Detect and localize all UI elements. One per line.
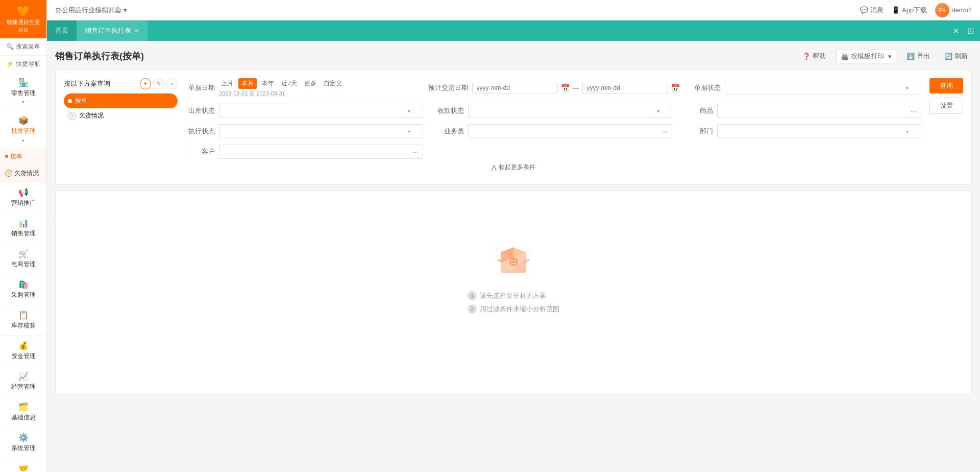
sidebar-item-basic[interactable]: 🗂️ 基础信息 [0,397,46,428]
sidebar-item-purchase[interactable]: 🛍️ 采购管理 [0,274,46,305]
submenu-item-backorder[interactable]: 欠 欠货情况 [0,165,46,182]
sidebar-item-retail[interactable]: 🏪 零售管理 ▾ [0,73,46,110]
dept-select[interactable]: ▾ [717,124,921,138]
goods-dots-icon: ··· [911,107,917,115]
tab-sales-order[interactable]: 销售订单执行表 ✕ [77,20,148,41]
date-tab-custom[interactable]: 自定义 [322,78,344,89]
collapse-bar[interactable]: ⋀ 收起更多条件 [64,159,963,176]
settings-btn[interactable]: 设置 [929,98,963,114]
help-label: 帮助 [813,52,826,61]
scheme-item-order[interactable]: 按单 [64,93,178,108]
scheme-item-backorder[interactable]: 欠 欠货情况 [64,108,178,123]
username: demo2 [951,6,972,14]
sidebar-item-enterprise[interactable]: 🤝 企业协同 [0,458,46,472]
industry-selector[interactable]: 办公用品行业模拟账套 ▾ [55,6,127,15]
page-header-actions: ❓ 帮助 🖨️ 按模板打印 ▾ ⬇️ 导出 🔄 刷新 [798,49,972,63]
dept-label: 部门 [684,127,713,136]
enterprise-icon: 🤝 [18,463,29,472]
wholesale-icon: 📦 [18,115,29,125]
inventory-label: 库存核算 [11,321,36,330]
payment-select[interactable]: ▾ [468,104,672,118]
print-dropdown-icon: ▾ [888,53,892,60]
date-tab-this-year[interactable]: 本年 [260,78,276,89]
date-tab-more[interactable]: 更多 [302,78,318,89]
sidebar-nav-title[interactable]: ⚡ 快捷导航 [0,56,46,73]
expected-date-label: 预计交货日期 [428,83,468,92]
calendar-from-icon[interactable]: 📅 [561,84,570,92]
date-tab-7days[interactable]: 近7天 [279,78,299,89]
collapse-up-icon: ⋀ [492,164,497,171]
purchase-icon: 🛍️ [18,279,29,289]
expected-date-from[interactable] [472,82,558,94]
status-select[interactable]: ▾ [725,81,922,95]
app-logo[interactable]: 🧡 畅捷通好生意 标版 [0,0,46,38]
help-btn[interactable]: ❓ 帮助 [798,50,830,63]
inventory-icon: 📋 [18,310,29,320]
goods-select[interactable]: ··· [717,104,921,118]
svg-text:✦: ✦ [519,244,521,247]
sidebar-item-operations[interactable]: 📈 经营管理 [0,366,46,397]
ecommerce-label: 电商管理 [11,260,36,269]
date-tab-this-month[interactable]: 本月 [238,78,257,89]
sales-order-tab-label: 销售订单执行表 [85,26,131,35]
calendar-to-icon[interactable]: 📅 [671,84,680,92]
message-btn[interactable]: 💬 消息 [860,6,884,15]
customer-label: 客户 [186,147,215,156]
exec-select[interactable]: ▾ [219,124,423,138]
scheme-circle-icon: 欠 [68,112,76,120]
scheme-edit-btn[interactable]: ✎ [153,78,164,89]
status-label: 单据状态 [692,83,721,92]
sidebar-item-wholesale[interactable]: 📦 批发管理 ▴ [0,110,46,148]
message-icon: 💬 [860,6,868,14]
scheme-label: 按以下方案查询 [64,79,110,88]
refresh-btn[interactable]: 🔄 刷新 [940,50,972,63]
submenu-circle-icon: 欠 [5,170,12,177]
tab-close-btn[interactable]: ✕ [134,27,139,34]
submenu-item-order[interactable]: 按单 [0,148,46,165]
content-area: ✦ ✦ ✦ 1 请先选择要分析的方案 2 用过滤条件来缩小分析范围 [55,191,972,395]
sidebar-item-marketing[interactable]: 📢 营销推广 [0,182,46,213]
submenu-order-label: 按单 [10,152,22,161]
query-btn[interactable]: 查询 [929,78,963,93]
sales-label: 销售管理 [11,229,36,238]
sidebar-search[interactable]: 🔍 搜索菜单 [0,38,46,56]
export-btn[interactable]: ⬇️ 导出 [902,50,934,63]
scheme-dot-icon [68,99,72,103]
expected-date-to[interactable] [582,82,668,94]
tab-bar-actions: ✕ ⊡ [950,24,980,38]
industry-dropdown-icon: ▾ [124,6,127,14]
filter-field-payment: 收款状态 ▾ [435,104,672,118]
sidebar-item-inventory[interactable]: 📋 库存核算 [0,305,46,336]
scheme-backorder-label: 欠货情况 [79,111,104,120]
print-label: 按模板打印 [851,52,884,61]
ship-select[interactable]: ▾ [219,104,423,118]
tab-home[interactable]: 首页 [47,20,77,41]
system-icon: ⚙️ [18,433,29,442]
tab-restore-action-btn[interactable]: ⊡ [965,24,976,38]
ecommerce-icon: 🛒 [18,249,29,258]
sidebar-item-ecommerce[interactable]: 🛒 电商管理 [0,244,46,274]
app-download-btn[interactable]: 📱 App下载 [892,6,927,15]
scheme-order-label: 按单 [75,97,87,105]
help-icon: ❓ [802,53,811,60]
app-subtext: 标版 [18,27,29,33]
customer-select[interactable]: ··· [219,145,423,159]
basic-icon: 🗂️ [18,402,29,412]
svg-point-4 [511,260,513,262]
user-profile[interactable]: Ea demo2 [935,3,972,17]
sidebar-item-finance[interactable]: 💰 资金管理 [0,336,46,366]
salesperson-select[interactable]: ··· [468,124,672,138]
date-tab-last-month[interactable]: 上月 [219,78,235,89]
wholesale-label: 批发管理 [11,127,36,135]
svg-text:✦: ✦ [528,249,530,252]
sidebar-item-system[interactable]: ⚙️ 系统管理 [0,428,46,458]
print-btn[interactable]: 🖨️ 按模板打印 ▾ [836,49,896,63]
tab-close-action-btn[interactable]: ✕ [950,24,961,38]
scheme-collapse-btn[interactable]: « [166,78,178,89]
scheme-add-btn[interactable]: + [140,78,151,89]
filter-row-3: 执行状态 ▾ 业务员 ··· [186,124,921,138]
date-control: 上月 本月 本年 近7天 更多 自定义 2023-03-01 至 2023-03… [219,78,416,98]
sidebar-item-sales[interactable]: 📊 销售管理 [0,213,46,244]
filter-row-2: 出库状态 ▾ 收款状态 ▾ [186,104,921,118]
wholesale-arrow-icon: ▴ [22,137,24,143]
